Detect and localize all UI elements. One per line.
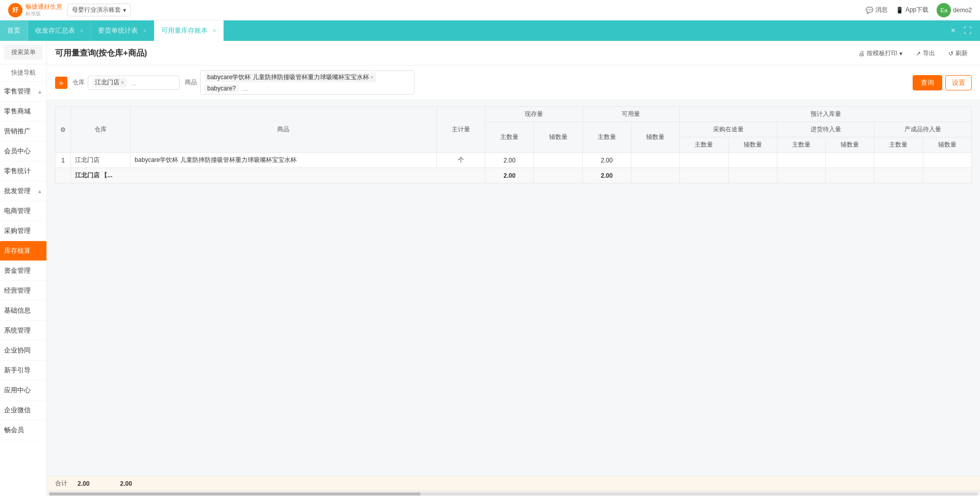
user-profile[interactable]: Ea demo2 bbox=[937, 3, 972, 17]
top-bar-left: 好 畅捷通好生意 标准版 母婴行业演示账套 ▾ bbox=[8, 3, 131, 17]
scroll-thumb[interactable] bbox=[49, 492, 421, 495]
col-stock-group-header: 现存量 bbox=[485, 107, 583, 122]
product-tag1-close[interactable]: × bbox=[371, 75, 374, 80]
col-purchase-aux-header: 辅数量 bbox=[728, 137, 777, 153]
tab-available-inventory[interactable]: 可用量库存账本 × bbox=[154, 20, 224, 41]
row-purchase-aux bbox=[728, 153, 777, 168]
window-maximize-button[interactable]: ⛶ bbox=[962, 24, 974, 37]
scroll-track bbox=[49, 492, 978, 495]
content-area: 可用量查询(按仓库+商品) 🖨 按模板打印 ▾ ↗ 导出 ↺ 刷新 » bbox=[47, 41, 980, 496]
warehouse-more-button[interactable]: ... bbox=[129, 79, 139, 87]
sidebar-item-enterprise-collab[interactable]: 企业协同 bbox=[0, 341, 46, 361]
main-layout: 搜索菜单 快捷导航 零售管理 ▲ 零售商城 营销推广 会员中心 零售统计 批发管… bbox=[0, 41, 980, 496]
chevron-down-icon: ▾ bbox=[123, 7, 126, 14]
filter-toggle-button[interactable]: » bbox=[55, 77, 67, 89]
export-icon: ↗ bbox=[916, 50, 921, 57]
warehouse-tag: 江北门店 × bbox=[92, 78, 127, 87]
close-tab1-button[interactable]: × bbox=[80, 28, 83, 34]
sidebar-item-system-mgmt[interactable]: 系统管理 bbox=[0, 321, 46, 341]
row-production-main bbox=[874, 153, 923, 168]
product-more-button[interactable]: ... bbox=[240, 84, 251, 92]
sidebar-item-basic-info[interactable]: 基础信息 bbox=[0, 301, 46, 321]
tab-receive-summary[interactable]: 收发存汇总表 × bbox=[28, 20, 91, 41]
sidebar: 搜索菜单 快捷导航 零售管理 ▲ 零售商城 营销推广 会员中心 零售统计 批发管… bbox=[0, 41, 47, 496]
top-bar-right: 💬 消息 📱 App下载 Ea demo2 bbox=[866, 3, 972, 17]
table-footer: 合计 2.00 2.00 bbox=[47, 476, 980, 491]
total-stock-main: 2.00 bbox=[78, 480, 89, 487]
close-tab2-button[interactable]: × bbox=[143, 28, 146, 34]
sidebar-item-wholesale-mgmt[interactable]: 批发管理 ▲ bbox=[0, 181, 46, 201]
sidebar-item-retail-mall[interactable]: 零售商城 bbox=[0, 102, 46, 122]
inventory-table: ⚙ 仓库 商品 主计量 现存量 可用量 预计入库量 主数量 辅数量 主数量 辅数… bbox=[55, 106, 972, 183]
refresh-button[interactable]: ↺ 刷新 bbox=[944, 47, 972, 60]
sidebar-item-retail-stats[interactable]: 零售统计 bbox=[0, 161, 46, 181]
message-button[interactable]: 💬 消息 bbox=[866, 6, 888, 14]
col-purchase-group-header: 采购在途量 bbox=[680, 122, 777, 137]
sidebar-item-finance-mgmt[interactable]: 资金管理 bbox=[0, 261, 46, 281]
query-button[interactable]: 查询 bbox=[913, 75, 942, 90]
sidebar-item-inventory-check[interactable]: 库存核算 bbox=[0, 241, 46, 261]
print-template-button[interactable]: 🖨 按模板打印 ▾ bbox=[854, 47, 906, 60]
tab-home[interactable]: 首页 bbox=[0, 20, 28, 41]
tab-order-stats[interactable]: 要货单统计表 × bbox=[91, 20, 154, 41]
app-download-button[interactable]: 📱 App下载 bbox=[896, 6, 928, 14]
filter-action-buttons: 查询 设置 bbox=[913, 75, 972, 90]
sidebar-item-ecommerce-mgmt[interactable]: 电商管理 bbox=[0, 201, 46, 221]
footer-values: 2.00 2.00 bbox=[78, 480, 132, 487]
sidebar-item-purchase-mgmt[interactable]: 采购管理 bbox=[0, 221, 46, 241]
row-available-aux bbox=[631, 153, 679, 168]
col-purchase-main-header: 主数量 bbox=[680, 137, 728, 153]
product-filter-label: 商品 bbox=[185, 78, 197, 87]
subtotal-stock-main: 2.00 bbox=[485, 168, 534, 183]
warehouse-tag-close[interactable]: × bbox=[121, 80, 124, 85]
sidebar-item-app-center[interactable]: 应用中心 bbox=[0, 381, 46, 400]
product-filter-input[interactable]: babycare学饮杯 儿童防摔防撞吸管杯重力球吸嘴杯宝宝水杯 × babyca… bbox=[200, 70, 414, 95]
row-unit: 个 bbox=[436, 153, 485, 168]
sidebar-item-marketing[interactable]: 营销推广 bbox=[0, 122, 46, 141]
col-available-aux-header: 辅数量 bbox=[631, 122, 679, 153]
window-close-button[interactable]: × bbox=[949, 24, 958, 37]
settings-button[interactable]: 设置 bbox=[945, 75, 972, 90]
logo-icon: 好 bbox=[8, 3, 22, 17]
row-seq: 1 bbox=[56, 153, 71, 168]
col-settings-header[interactable]: ⚙ bbox=[56, 107, 71, 153]
print-icon: 🖨 bbox=[859, 50, 865, 57]
warehouse-filter-group: 仓库 江北门店 × ... bbox=[72, 76, 180, 90]
sidebar-item-retail-mgmt[interactable]: 零售管理 ▲ bbox=[0, 82, 46, 102]
top-bar: 好 畅捷通好生意 标准版 母婴行业演示账套 ▾ 💬 消息 📱 App下载 Ea … bbox=[0, 0, 980, 20]
sidebar-item-enterprise-wechat[interactable]: 企业微信 bbox=[0, 400, 46, 420]
download-icon: 📱 bbox=[896, 7, 903, 14]
quick-nav-button[interactable]: 快捷导航 bbox=[0, 64, 46, 82]
warehouse-filter-label: 仓库 bbox=[72, 78, 85, 87]
col-product-header: 商品 bbox=[130, 107, 436, 153]
logo-area: 好 畅捷通好生意 标准版 bbox=[8, 3, 62, 17]
col-incoming-group-header: 进货待入量 bbox=[777, 122, 874, 137]
row-production-aux bbox=[923, 153, 971, 168]
row-warehouse: 江北门店 bbox=[71, 153, 131, 168]
search-menu-button[interactable]: 搜索菜单 bbox=[4, 45, 42, 60]
table-container: ⚙ 仓库 商品 主计量 现存量 可用量 预计入库量 主数量 辅数量 主数量 辅数… bbox=[47, 100, 980, 476]
chevron-icon: ▲ bbox=[37, 89, 42, 95]
col-production-group-header: 产成品待入量 bbox=[874, 122, 972, 137]
industry-selector[interactable]: 母婴行业演示账套 ▾ bbox=[67, 4, 131, 16]
total-label: 合计 bbox=[55, 479, 67, 488]
sidebar-item-new-guide[interactable]: 新手引导 bbox=[0, 361, 46, 381]
sidebar-item-vip-member[interactable]: 畅会员 bbox=[0, 420, 46, 440]
export-button[interactable]: ↗ 导出 bbox=[912, 47, 939, 60]
sidebar-item-operation-mgmt[interactable]: 经营管理 bbox=[0, 281, 46, 301]
horizontal-scrollbar[interactable] bbox=[47, 491, 980, 496]
warehouse-filter-input[interactable]: 江北门店 × ... bbox=[88, 76, 180, 90]
col-stock-aux-header: 辅数量 bbox=[534, 122, 582, 153]
col-warehouse-header: 仓库 bbox=[71, 107, 131, 153]
total-available-main: 2.00 bbox=[120, 480, 132, 487]
col-incoming-main-header: 主数量 bbox=[777, 137, 825, 153]
row-available-main: 2.00 bbox=[582, 153, 631, 168]
tag-label: 标准版 bbox=[26, 11, 62, 17]
close-tab3-button[interactable]: × bbox=[213, 28, 216, 34]
table-row: 1 江北门店 babycare学饮杯 儿童防摔防撞吸管杯重力球吸嘴杯宝宝水杯 个… bbox=[56, 153, 972, 168]
product-tag-2: babycare? bbox=[205, 84, 238, 92]
sidebar-item-member-center[interactable]: 会员中心 bbox=[0, 141, 46, 161]
col-expected-group-header: 预计入库量 bbox=[680, 107, 972, 122]
chevron-icon: ▲ bbox=[37, 188, 42, 194]
nav-tabs: 首页 收发存汇总表 × 要货单统计表 × 可用量库存账本 × × ⛶ bbox=[0, 20, 980, 41]
